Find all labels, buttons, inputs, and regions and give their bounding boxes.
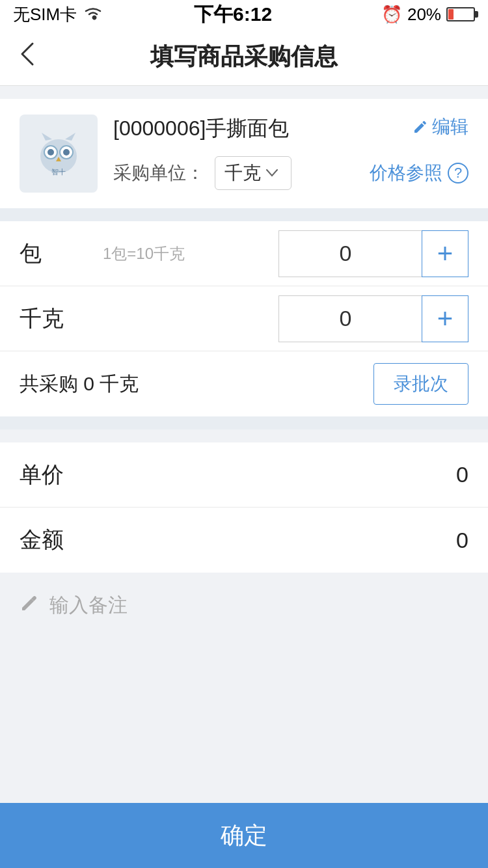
svg-point-4 [47, 149, 54, 156]
svg-point-5 [63, 149, 70, 156]
product-image: 智十 [20, 115, 98, 193]
nav-bar: 填写商品采购信息 [0, 29, 488, 86]
bao-label: 包 [20, 239, 98, 269]
location-icon [363, 5, 376, 25]
status-bar: 无SIM卡 下午6:12 ⏰ 20% [0, 0, 488, 29]
svg-marker-0 [364, 6, 375, 19]
price-ref-help-icon: ? [448, 163, 468, 183]
remark-placeholder: 输入备注 [49, 592, 128, 619]
unit-value: 千克 [224, 161, 261, 185]
unit-price-row: 单价 0 [0, 442, 488, 508]
unit-price-label: 单价 [20, 460, 64, 490]
summary-row: 共采购 0 千克 录批次 [0, 351, 488, 416]
purchase-unit-row: 采购单位： 千克 价格参照 ? [113, 156, 468, 190]
price-section: 单价 0 金额 0 [0, 442, 488, 573]
edit-button[interactable]: 编辑 [413, 115, 468, 139]
wifi-icon [83, 5, 103, 25]
kg-plus-button[interactable]: + [422, 295, 468, 342]
bao-sub: 1包=10千克 [103, 243, 185, 264]
alarm-icon: ⏰ [381, 5, 402, 25]
unit-dropdown[interactable]: 千克 [215, 156, 291, 190]
bao-input-wrapper: + [278, 230, 468, 277]
kg-input-row: 千克 + [0, 286, 488, 351]
pencil-icon [20, 593, 39, 618]
kg-label: 千克 [20, 304, 98, 334]
status-left: 无SIM卡 [13, 3, 103, 26]
battery-percent: 20% [407, 5, 441, 25]
amount-value: 0 [456, 528, 468, 553]
input-section: 包 1包=10千克 + 千克 + [0, 221, 488, 351]
battery-icon [446, 7, 475, 21]
svg-text:智十: 智十 [51, 168, 66, 176]
price-ref-label: 价格参照 [370, 161, 442, 185]
divider-1 [0, 208, 488, 221]
product-info: [0000006]手撕面包 编辑 采购单位： 千克 价格参照 ? [113, 115, 468, 190]
product-name-row: [0000006]手撕面包 编辑 [113, 115, 468, 143]
price-ref-button[interactable]: 价格参照 ? [370, 161, 468, 185]
product-full-name: [0000006]手撕面包 [113, 115, 289, 143]
divider-2 [0, 416, 488, 429]
amount-label: 金额 [20, 525, 64, 555]
product-logo: 智十 [33, 128, 85, 180]
svg-marker-8 [65, 133, 75, 141]
remark-section[interactable]: 输入备注 [0, 573, 488, 638]
status-time: 下午6:12 [194, 1, 272, 28]
kg-input[interactable] [278, 295, 422, 342]
purchase-unit-label: 采购单位： [113, 161, 204, 185]
back-button[interactable] [20, 41, 35, 73]
summary-text: 共采购 0 千克 [20, 371, 139, 398]
svg-marker-7 [42, 133, 52, 141]
kg-input-wrapper: + [278, 295, 468, 342]
bao-input-row: 包 1包=10千克 + [0, 221, 488, 286]
bao-plus-button[interactable]: + [422, 230, 468, 277]
status-right: ⏰ 20% [363, 5, 475, 25]
amount-row: 金额 0 [0, 508, 488, 573]
carrier-text: 无SIM卡 [13, 3, 77, 26]
batch-button[interactable]: 录批次 [373, 363, 468, 405]
page-title: 填写商品采购信息 [150, 41, 338, 73]
bao-input[interactable] [278, 230, 422, 277]
confirm-button[interactable]: 确定 [0, 803, 488, 868]
product-card: 智十 [0000006]手撕面包 编辑 采购单位： 千克 价格参照 ? [0, 99, 488, 208]
unit-price-value: 0 [456, 462, 468, 487]
